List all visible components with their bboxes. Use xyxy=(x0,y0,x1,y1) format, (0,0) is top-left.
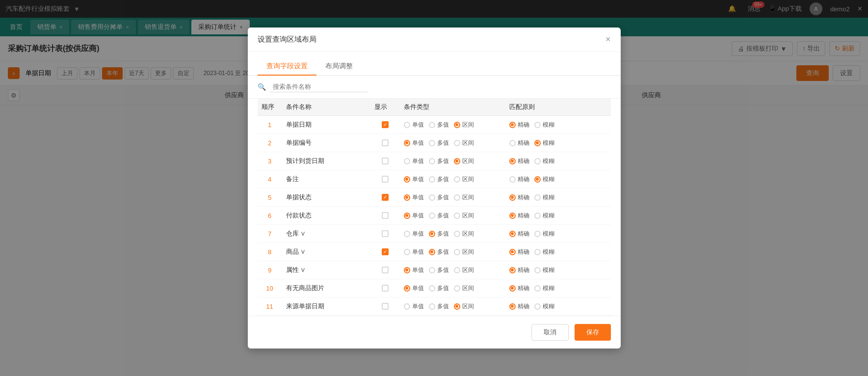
radio-circle-7 xyxy=(454,249,460,255)
type-option-单值-2[interactable]: 单值 xyxy=(404,157,424,165)
type-option-区间-8[interactable]: 区间 xyxy=(454,266,474,274)
radio-circle-5 xyxy=(404,213,410,219)
match-option-精确-0[interactable]: 精确 xyxy=(509,121,529,129)
type-option-多值-3[interactable]: 多值 xyxy=(429,175,449,184)
match-option-模糊-7[interactable]: 模糊 xyxy=(534,248,554,256)
match-option-模糊-4[interactable]: 模糊 xyxy=(534,193,554,202)
modal-tab-fields[interactable]: 查询字段设置 xyxy=(258,58,316,76)
checkbox-8[interactable] xyxy=(382,267,389,273)
match-option-精确-5[interactable]: 精确 xyxy=(509,212,529,220)
match-option-精确-9[interactable]: 精确 xyxy=(509,284,529,293)
checkbox-2[interactable] xyxy=(382,158,389,164)
match-circle-6 xyxy=(534,231,541,237)
type-option-单值-0[interactable]: 单值 xyxy=(404,121,424,129)
row-display-10[interactable] xyxy=(370,303,400,310)
row-display-1[interactable] xyxy=(370,139,400,146)
type-option-单值-5[interactable]: 单值 xyxy=(404,212,424,220)
type-option-单值-4[interactable]: 单值 xyxy=(404,193,424,202)
type-option-多值-10[interactable]: 多值 xyxy=(429,302,449,311)
checkbox-10[interactable] xyxy=(382,303,389,310)
type-option-单值-3[interactable]: 单值 xyxy=(404,175,424,184)
cancel-button[interactable]: 取消 xyxy=(531,324,569,341)
type-option-区间-5[interactable]: 区间 xyxy=(454,212,474,220)
match-option-精确-6[interactable]: 精确 xyxy=(509,230,529,238)
type-option-多值-2[interactable]: 多值 xyxy=(429,157,449,165)
type-option-区间-1[interactable]: 区间 xyxy=(454,139,474,147)
match-option-精确-1[interactable]: 精确 xyxy=(509,139,529,147)
save-button[interactable]: 保存 xyxy=(575,324,611,341)
match-option-精确-8[interactable]: 精确 xyxy=(509,266,529,274)
modal-close-button[interactable]: × xyxy=(605,34,611,45)
row-order-6: 7 xyxy=(258,230,282,238)
type-option-区间-4[interactable]: 区间 xyxy=(454,193,474,202)
radio-circle-8 xyxy=(429,267,435,273)
checkbox-7[interactable] xyxy=(382,248,389,255)
match-option-精确-7[interactable]: 精确 xyxy=(509,248,529,256)
checkbox-4[interactable] xyxy=(382,194,389,201)
checkbox-3[interactable] xyxy=(382,176,389,183)
match-option-模糊-5[interactable]: 模糊 xyxy=(534,212,554,220)
row-display-9[interactable] xyxy=(370,285,400,292)
radio-circle-10 xyxy=(454,303,460,310)
type-option-区间-9[interactable]: 区间 xyxy=(454,284,474,293)
match-option-模糊-10[interactable]: 模糊 xyxy=(534,302,554,311)
type-option-多值-7[interactable]: 多值 xyxy=(429,248,449,256)
row-display-3[interactable] xyxy=(370,176,400,183)
checkbox-6[interactable] xyxy=(382,230,389,237)
match-option-模糊-2[interactable]: 模糊 xyxy=(534,157,554,165)
type-option-区间-2[interactable]: 区间 xyxy=(454,157,474,165)
checkbox-5[interactable] xyxy=(382,212,389,219)
type-option-区间-10[interactable]: 区间 xyxy=(454,302,474,311)
match-option-精确-10[interactable]: 精确 xyxy=(509,302,529,311)
checkbox-1[interactable] xyxy=(382,139,389,146)
type-option-区间-7[interactable]: 区间 xyxy=(454,248,474,256)
type-option-多值-9[interactable]: 多值 xyxy=(429,284,449,293)
row-display-2[interactable] xyxy=(370,158,400,164)
radio-circle-1 xyxy=(404,140,410,146)
modal-tab-layout[interactable]: 布局调整 xyxy=(316,58,362,76)
type-option-多值-4[interactable]: 多值 xyxy=(429,193,449,202)
match-option-模糊-3[interactable]: 模糊 xyxy=(534,175,554,184)
radio-circle-3 xyxy=(454,176,460,183)
match-option-模糊-0[interactable]: 模糊 xyxy=(534,121,554,129)
match-option-模糊-6[interactable]: 模糊 xyxy=(534,230,554,238)
row-display-8[interactable] xyxy=(370,267,400,273)
type-option-单值-8[interactable]: 单值 xyxy=(404,266,424,274)
type-option-单值-7[interactable]: 单值 xyxy=(404,248,424,256)
row-order-10: 11 xyxy=(258,303,282,310)
match-option-精确-4[interactable]: 精确 xyxy=(509,193,529,202)
type-option-单值-10[interactable]: 单值 xyxy=(404,302,424,311)
type-option-多值-5[interactable]: 多值 xyxy=(429,212,449,220)
row-match-10: 精确模糊 xyxy=(505,302,611,311)
row-display-5[interactable] xyxy=(370,212,400,219)
checkbox-9[interactable] xyxy=(382,285,389,292)
match-option-模糊-9[interactable]: 模糊 xyxy=(534,284,554,293)
match-option-精确-2[interactable]: 精确 xyxy=(509,157,529,165)
type-option-多值-0[interactable]: 多值 xyxy=(429,121,449,129)
match-circle-4 xyxy=(509,194,516,201)
type-option-区间-0[interactable]: 区间 xyxy=(454,121,474,129)
row-display-7[interactable] xyxy=(370,248,400,255)
type-option-区间-6[interactable]: 区间 xyxy=(454,230,474,238)
checkbox-0[interactable] xyxy=(382,121,389,128)
match-option-模糊-8[interactable]: 模糊 xyxy=(534,266,554,274)
type-option-单值-9[interactable]: 单值 xyxy=(404,284,424,293)
row-display-0[interactable] xyxy=(370,121,400,128)
type-option-单值-6[interactable]: 单值 xyxy=(404,230,424,238)
row-type-7: 单值多值区间 xyxy=(400,248,505,256)
th-display: 显示 xyxy=(370,103,400,111)
type-option-多值-6[interactable]: 多值 xyxy=(429,230,449,238)
row-match-9: 精确模糊 xyxy=(505,284,611,293)
match-option-精确-3[interactable]: 精确 xyxy=(509,175,529,184)
row-display-4[interactable] xyxy=(370,194,400,201)
type-option-单值-1[interactable]: 单值 xyxy=(404,139,424,147)
type-option-多值-8[interactable]: 多值 xyxy=(429,266,449,274)
type-option-区间-3[interactable]: 区间 xyxy=(454,175,474,184)
search-input[interactable] xyxy=(270,81,368,92)
row-type-8: 单值多值区间 xyxy=(400,266,505,274)
row-display-6[interactable] xyxy=(370,230,400,237)
radio-circle-6 xyxy=(404,231,410,237)
match-option-模糊-1[interactable]: 模糊 xyxy=(534,139,554,147)
table-row: 9属性 ∨单值多值区间精确模糊 xyxy=(258,261,611,279)
type-option-多值-1[interactable]: 多值 xyxy=(429,139,449,147)
